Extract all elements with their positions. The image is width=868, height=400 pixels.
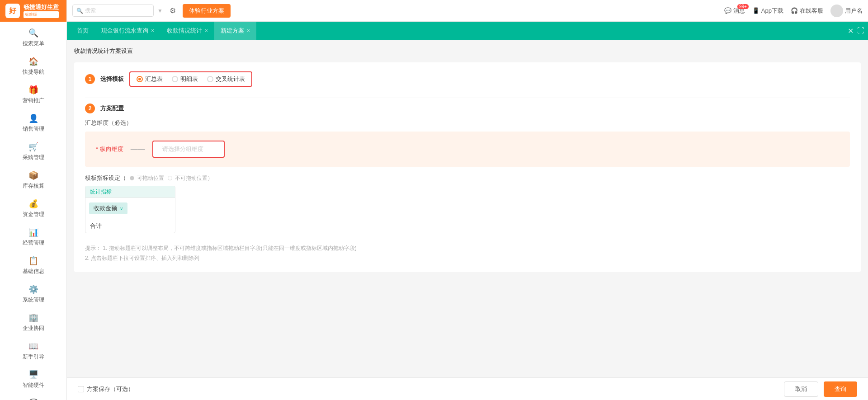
option-detail-label: 明细表 <box>180 75 198 83</box>
service-icon: 🎧 <box>791 7 798 14</box>
tab-bank-flow[interactable]: 现金银行流水查询 × <box>95 22 160 40</box>
sidebar-item-system[interactable]: ⚙️ 系统管理 <box>0 280 66 308</box>
option-cross[interactable]: 交叉统计表 <box>207 75 245 83</box>
page-title: 收款情况统计方案设置 <box>74 47 861 55</box>
vertical-dimension-label: * 纵向维度 <box>96 145 123 153</box>
message-icon: 💬 <box>724 7 731 14</box>
sidebar-label-operation: 经营管理 <box>23 239 44 247</box>
header: 🔍 搜索 ▼ ⚙ 体验行业方案 💬 消息 99+ 📱 App下载 🎧 <box>67 0 868 22</box>
tabs-bar: 首页 现金银行流水查询 × 收款情况统计 × 新建方案 × ✕ ⛶ <box>67 22 868 40</box>
search-icon: 🔍 <box>76 8 83 14</box>
online-service-label: 在线客服 <box>800 7 823 15</box>
app-download-button[interactable]: 📱 App下载 <box>752 7 783 15</box>
user-menu[interactable]: 用户名 <box>830 5 863 17</box>
save-option[interactable]: 方案保存（可选） <box>78 385 134 393</box>
step1-row: 1 选择模板 汇总表 明细表 交叉统计表 <box>85 71 850 87</box>
sidebar-label-sales: 销售管理 <box>23 125 44 133</box>
tab-receipt-stat-close[interactable]: × <box>205 28 208 34</box>
content-area: 收款情况统计方案设置 1 选择模板 汇总表 明细表 <box>67 40 868 377</box>
header-search-box[interactable]: 🔍 搜索 <box>72 5 154 17</box>
sidebar-item-basic-info[interactable]: 📋 基础信息 <box>0 251 66 280</box>
save-checkbox[interactable] <box>78 386 84 392</box>
sidebar-logo: 好 畅捷通好生意 标准版 <box>0 0 66 22</box>
drag-dot-empty <box>168 176 172 180</box>
dimension-placeholder: 请选择分组维度 <box>162 146 203 152</box>
tab-new-plan-label: 新建方案 <box>221 27 244 35</box>
tips-section: 提示： 1. 拖动标题栏可以调整布局，不可跨维度或指标区域拖动栏目字段(只能在同… <box>85 244 850 263</box>
online-service-button[interactable]: 🎧 在线客服 <box>791 7 823 15</box>
dimension-select[interactable]: 请选择分组维度 <box>152 141 225 158</box>
notif-badge: 99+ <box>737 4 749 9</box>
user-name: 用户名 <box>845 7 863 15</box>
maximize-window-button[interactable]: ⛶ <box>857 27 864 35</box>
tab-home[interactable]: 首页 <box>71 22 95 40</box>
logo-icon: 好 <box>5 4 20 18</box>
tab-receipt-stat-label: 收款情况统计 <box>167 27 202 35</box>
sidebar-item-guide[interactable]: 📖 新手引导 <box>0 337 66 365</box>
option-summary[interactable]: 汇总表 <box>137 75 163 83</box>
close-window-button[interactable]: ✕ <box>848 27 854 35</box>
non-draggable-hint-label: 不可拖动位置） <box>175 174 213 182</box>
footer-buttons: 取消 查询 <box>784 381 857 397</box>
draggable-hint-label: 可拖动位置 <box>137 174 164 182</box>
step2-badge: 2 <box>85 104 95 113</box>
dimension-section-title: 汇总维度（必选） <box>85 119 850 127</box>
sidebar-item-search[interactable]: 🔍 搜索菜单 <box>0 24 66 52</box>
sidebar-label-guide: 新手引导 <box>23 353 44 361</box>
search-placeholder: 搜索 <box>85 7 96 14</box>
sidebar-label-basic-info: 基础信息 <box>23 268 44 275</box>
step-divider <box>85 98 850 98</box>
header-right: 💬 消息 99+ 📱 App下载 🎧 在线客服 用户名 <box>724 5 863 17</box>
sidebar-label-inventory: 库存核算 <box>23 182 44 190</box>
indicator-tag-label: 收款金额 <box>94 204 117 212</box>
step2-row: 2 方案配置 <box>85 104 850 113</box>
person-icon: 👤 <box>28 113 38 123</box>
tab-receipt-stat[interactable]: 收款情况统计 × <box>160 22 214 40</box>
logo-text: 畅捷通好生意 <box>24 4 59 11</box>
sidebar-item-marketing[interactable]: 🎁 营销推广 <box>0 80 66 109</box>
radio-detail-circle <box>172 76 178 82</box>
home-icon: 🏠 <box>28 56 38 66</box>
window-controls: ✕ ⛶ <box>848 27 864 35</box>
industry-solution-button[interactable]: 体验行业方案 <box>183 4 231 18</box>
chevron-down-icon: ∨ <box>120 206 123 211</box>
tab-new-plan[interactable]: 新建方案 × <box>214 22 256 40</box>
settings-button[interactable]: ⚙ <box>166 5 179 17</box>
monitor-icon: 🖥️ <box>28 370 38 380</box>
cancel-button[interactable]: 取消 <box>784 381 818 397</box>
drag-dot-filled <box>130 176 134 180</box>
tab-bank-flow-close[interactable]: × <box>151 28 154 34</box>
option-detail[interactable]: 明细表 <box>172 75 198 83</box>
radio-cross-circle <box>207 76 213 82</box>
sidebar-item-enterprise[interactable]: 🏢 企业协同 <box>0 308 66 337</box>
sidebar-item-fund[interactable]: 💰 资金管理 <box>0 194 66 223</box>
sidebar-item-operation[interactable]: 📊 经营管理 <box>0 223 66 251</box>
gear-sidebar-icon: ⚙️ <box>28 284 38 294</box>
step2-content: 汇总维度（必选） * 纵向维度 —— 请选择分组维度 模板指标设定（ <box>85 119 850 263</box>
template-options: 汇总表 明细表 交叉统计表 <box>129 71 252 87</box>
sidebar-label-search: 搜索菜单 <box>23 40 44 47</box>
chat-icon: 💬 <box>28 398 38 400</box>
sidebar-item-wechat[interactable]: 💬 企业微信 <box>0 394 66 400</box>
sidebar-item-purchase[interactable]: 🛒 采购管理 <box>0 137 66 166</box>
search-nav-icon: 🔍 <box>28 28 38 38</box>
tab-new-plan-close[interactable]: × <box>247 28 250 34</box>
header-dropdown[interactable]: ▼ <box>157 8 163 14</box>
sidebar-item-inventory[interactable]: 📦 库存核算 <box>0 166 66 194</box>
cart-icon: 🛒 <box>28 142 38 152</box>
tip-line2: 2. 点击标题栏下拉可设置排序、插入列和删除列 <box>85 254 850 264</box>
gear-icon: ⚙ <box>170 6 176 15</box>
download-icon: 📱 <box>752 7 760 14</box>
indicator-tag-receipt[interactable]: 收款金额 ∨ <box>89 202 127 214</box>
non-draggable-hint: 不可拖动位置） <box>168 174 213 182</box>
indicator-header: 模板指标设定（ 可拖动位置 不可拖动位置） <box>85 174 850 182</box>
notification-button[interactable]: 💬 消息 99+ <box>724 7 745 15</box>
option-cross-label: 交叉统计表 <box>216 75 245 83</box>
sidebar-item-sales[interactable]: 👤 销售管理 <box>0 109 66 137</box>
query-button[interactable]: 查询 <box>824 381 857 397</box>
sidebar-label-system: 系统管理 <box>23 296 44 304</box>
indicator-tags-row: 收款金额 ∨ <box>85 198 175 219</box>
sidebar-item-smart-hw[interactable]: 🖥️ 智能硬件 <box>0 365 66 394</box>
money-icon: 💰 <box>28 199 38 209</box>
sidebar-item-quick-nav[interactable]: 🏠 快捷导航 <box>0 52 66 80</box>
